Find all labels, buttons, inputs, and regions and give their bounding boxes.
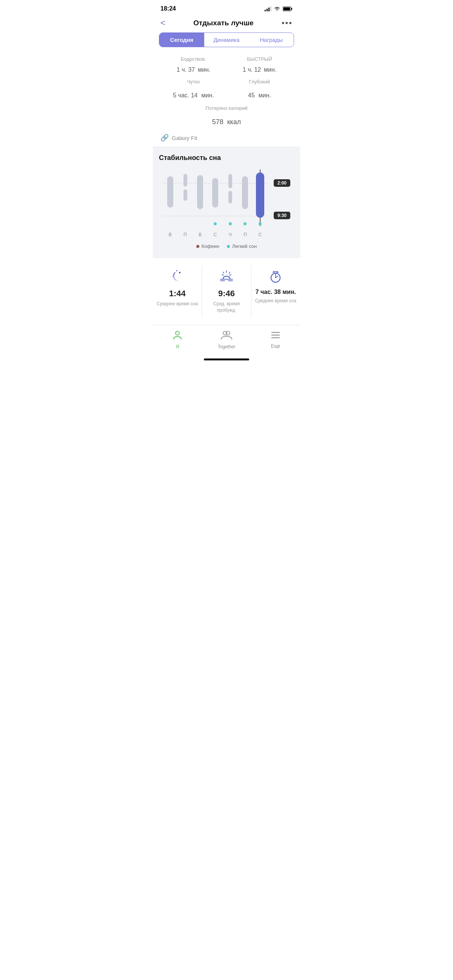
tab-dynamics[interactable]: Динамика (204, 33, 249, 47)
bar-col-3 (207, 169, 223, 226)
device-name: Galaxy Fit (172, 135, 198, 141)
status-bar: 18:24 (153, 0, 300, 15)
menu-icon (270, 331, 281, 342)
home-indicator-area (153, 358, 300, 363)
stat-awake-value: 1 ч. 37 мин. (160, 63, 226, 74)
svg-rect-20 (274, 272, 277, 273)
stat-rem-value: 1 ч. 12 мин. (226, 63, 293, 74)
dot-3 (214, 222, 217, 225)
sunrise-icon (205, 269, 248, 286)
calories-section: Потеряно калорий 578 ккал (153, 100, 300, 130)
day-3: С (207, 232, 223, 237)
bottom-stat-sleep-time-label: Среднее время сна (156, 301, 199, 307)
svg-rect-5 (292, 8, 293, 10)
sleep-stability-section: Стабильность сна (153, 146, 300, 258)
bar-5 (242, 176, 248, 209)
day-1: П (178, 232, 193, 237)
legend-caffeine-dot (196, 245, 199, 248)
bar-0 (167, 176, 173, 208)
stopwatch-icon (254, 269, 297, 286)
svg-text:✦: ✦ (178, 270, 181, 275)
svg-rect-1 (266, 9, 268, 11)
nav-item-me[interactable]: Я (164, 330, 191, 350)
stat-deep-value: 45 мин. (226, 85, 293, 100)
legend-light-sleep: Легкий сон (227, 243, 257, 249)
bar-col-1 (178, 169, 193, 226)
svg-line-21 (278, 271, 278, 272)
bar-col-4 (223, 169, 238, 226)
legend-caffeine-label: Кофеин (202, 243, 219, 249)
bottom-stat-duration-value: 7 час. 38 мин. (254, 289, 297, 296)
moon-stars-icon: ✦ ✦ (156, 269, 199, 286)
stat-deep: Глубокий 45 мин. (226, 79, 293, 100)
day-0: В (163, 232, 178, 237)
stat-light-value: 5 час. 14 мин. (160, 85, 226, 100)
bottom-stat-duration: 7 час. 38 мин. Среднее время сна (251, 266, 300, 317)
dot-5 (244, 222, 247, 225)
bar-4b (228, 191, 232, 204)
stat-rem-label: БЫСТРЫЙ (226, 56, 293, 62)
stat-deep-label: Глубокий (226, 79, 293, 84)
bar-4a (228, 174, 232, 188)
stat-light: Чутко 5 час. 14 мин. (160, 79, 226, 100)
bottom-stat-sleep-time-value: 1:44 (156, 289, 199, 299)
device-row: 🔗 Galaxy Fit (153, 130, 300, 146)
calories-value: 578 ккал (153, 112, 300, 127)
svg-line-11 (223, 272, 224, 273)
day-6: С (252, 232, 268, 237)
legend-light-sleep-dot (227, 245, 230, 248)
battery-icon (283, 6, 293, 11)
person-icon (172, 330, 183, 343)
nav-item-more[interactable]: Еще (262, 331, 289, 349)
bottom-stat-duration-label: Среднее время сна (254, 298, 297, 304)
bar-col-6 (252, 169, 268, 226)
sleep-chart: 2:00 9:30 В П В С Ч П С (163, 169, 290, 237)
bottom-navigation: Я Together Еще (153, 325, 300, 357)
wifi-icon (274, 6, 281, 11)
status-icons (265, 6, 293, 11)
bar-col-2 (193, 169, 207, 226)
stat-awake-label: Бодрствов. (160, 56, 226, 62)
svg-line-22 (273, 271, 274, 272)
svg-rect-0 (265, 10, 266, 11)
time-label-bottom: 9:30 (274, 212, 290, 219)
tab-rewards[interactable]: Награды (249, 33, 294, 47)
bar-1a (183, 174, 187, 186)
bar-2 (197, 175, 203, 209)
bar-3 (212, 178, 218, 208)
bottom-stat-wake-value: 9:46 (205, 289, 248, 299)
status-time: 18:24 (160, 5, 176, 12)
day-4: Ч (223, 232, 238, 237)
together-icon (220, 330, 233, 343)
legend-light-sleep-label: Легкий сон (232, 243, 257, 249)
svg-point-23 (175, 331, 179, 335)
back-button[interactable]: < (160, 18, 165, 28)
more-button[interactable]: ••• (282, 18, 293, 28)
tab-today[interactable]: Сегодня (159, 33, 204, 47)
bars-area (163, 169, 268, 226)
svg-line-10 (229, 272, 230, 273)
time-label-top: 2:00 (274, 179, 290, 187)
svg-line-13 (222, 275, 223, 275)
stat-rem: БЫСТРЫЙ 1 ч. 12 мин. (226, 56, 293, 74)
nav-more-label: Еще (271, 344, 280, 349)
legend-caffeine: Кофеин (196, 243, 219, 249)
svg-rect-3 (270, 6, 271, 11)
svg-rect-2 (268, 8, 270, 11)
bar-col-5 (238, 169, 253, 226)
day-5: П (238, 232, 253, 237)
calories-label: Потеряно калорий (153, 105, 300, 111)
signal-icon (265, 6, 271, 11)
bar-col-0 (163, 169, 178, 226)
bar-6-active (256, 172, 264, 218)
bottom-stat-wake-label: Сред. время пробужд. (205, 301, 248, 313)
home-indicator (204, 358, 249, 360)
dot-6 (258, 222, 262, 225)
dot-4 (229, 222, 232, 225)
stats-grid: Бодрствов. 1 ч. 37 мин. БЫСТРЫЙ 1 ч. 12 … (153, 53, 300, 100)
svg-line-12 (230, 275, 231, 275)
tabs-container: Сегодня Динамика Награды (159, 32, 294, 47)
nav-together-label: Together (218, 344, 236, 350)
days-row: В П В С Ч П С (163, 232, 268, 237)
nav-item-together[interactable]: Together (213, 330, 240, 350)
